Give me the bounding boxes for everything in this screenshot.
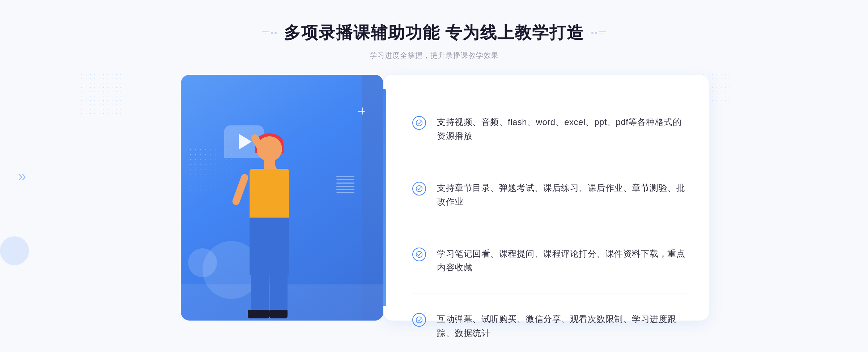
feature-text-4: 互动弹幕、试听购买、微信分享、观看次数限制、学习进度跟踪、数据统计 [437,312,687,340]
check-icon-1 [412,116,426,130]
feature-item-4: 互动弹幕、试听购买、微信分享、观看次数限制、学习进度跟踪、数据统计 [412,293,687,352]
feature-text-2: 支持章节目录、弹题考试、课后练习、课后作业、章节测验、批改作业 [437,181,687,209]
feature-card: 支持视频、音频、flash、word、excel、ppt、pdf等各种格式的资源… [383,75,709,321]
feature-text-1: 支持视频、音频、flash、word、excel、ppt、pdf等各种格式的资源… [437,115,687,143]
svg-point-0 [416,120,422,126]
person-leg-right [270,270,288,313]
decorator-dot-right2 [595,32,597,34]
person-shoe-left [248,310,269,318]
left-deco-circle [0,236,29,265]
decorator-left [262,31,277,34]
decorator-dot-left [271,32,273,34]
svg-point-1 [416,185,422,192]
feature-item-2: 支持章节目录、弹题考试、课后练习、课后作业、章节测验、批改作业 [412,162,687,228]
check-icon-3 [412,248,426,261]
svg-point-3 [416,317,422,323]
person-arm-right [231,173,250,206]
header-section: 多项录播课辅助功能 专为线上教学打造 学习进度全掌握，提升录播课教学效果 [262,22,606,60]
decorator-right [591,31,606,34]
stripe-decoration [336,176,354,205]
title-wrapper: 多项录播课辅助功能 专为线上教学打造 [262,22,606,44]
decorator-dot-left2 [275,32,277,34]
svg-point-2 [416,251,422,257]
check-icon-2 [412,182,426,196]
feature-item-3: 学习笔记回看、课程提问、课程评论打分、课件资料下载，重点内容收藏 [412,228,687,294]
feature-list: 支持视频、音频、flash、word、excel、ppt、pdf等各种格式的资源… [412,96,687,352]
feature-text-3: 学习笔记回看、课程提问、课程评论打分、课件资料下载，重点内容收藏 [437,247,687,275]
person-figure [210,118,311,321]
bg-dots-left [80,72,123,116]
decorator-line-left [262,31,269,34]
page-subtitle: 学习进度全掌握，提升录播课教学效果 [262,51,606,60]
feature-item-1: 支持视频、音频、flash、word、excel、ppt、pdf等各种格式的资源… [412,96,687,162]
person-body [210,118,311,321]
person-pants [250,218,289,275]
decorator-line-right [599,31,606,34]
person-leg-left [251,270,269,313]
decorator-dot-right [591,32,593,34]
page-wrapper: 多项录播课辅助功能 专为线上教学打造 学习进度全掌握，提升录播课教学效果 » [0,0,868,352]
person-shirt [250,169,289,221]
main-content: » [163,75,705,321]
check-icon-4 [412,313,426,327]
person-shoe-right [269,310,288,318]
left-chevron-icon: » [18,168,23,184]
illustration-card [181,75,383,321]
page-title: 多项录播课辅助功能 专为线上教学打造 [284,22,584,44]
